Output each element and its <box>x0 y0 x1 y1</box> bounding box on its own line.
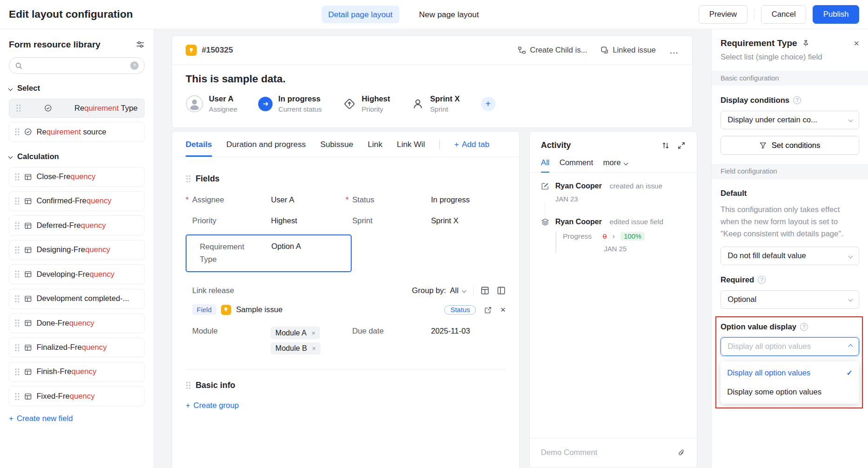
help-icon[interactable]: ? <box>793 96 801 104</box>
external-link-icon[interactable] <box>484 306 492 314</box>
collapse-fields-icon[interactable] <box>136 40 145 49</box>
remove-linked-issue-icon[interactable]: × <box>501 305 506 314</box>
drag-handle-icon[interactable] <box>14 197 20 205</box>
drag-handle-icon[interactable] <box>14 393 20 401</box>
current-status-field[interactable]: In progressCurrent status <box>258 94 321 113</box>
cancel-button[interactable]: Cancel <box>761 5 806 23</box>
required-select[interactable]: Optional <box>721 290 859 309</box>
paperclip-icon[interactable] <box>677 448 686 457</box>
field-due-date[interactable]: Due date 2025-11-03 <box>346 327 506 354</box>
field-item-requirement-source[interactable]: Requirement source <box>9 122 145 142</box>
priority-icon <box>343 97 356 111</box>
field-assignee[interactable]: *Assignee User A <box>186 195 346 205</box>
section-select[interactable]: Select <box>9 84 145 93</box>
activity-panel: Activity All Comment more <box>529 131 697 468</box>
field-item-requirement-type[interactable]: Requirement Type <box>9 99 145 118</box>
field-item-deferred-frequency[interactable]: Deferred-Frequency <box>9 215 145 235</box>
default-value-select[interactable]: Do not fill default value <box>721 247 859 266</box>
linked-issue-title[interactable]: Sample issue <box>236 305 282 314</box>
field-module[interactable]: Module Module A× Module B× <box>186 327 346 354</box>
group-by-dropdown[interactable]: Group by: All <box>412 286 466 295</box>
field-item-label: Requirement source <box>36 127 106 137</box>
drag-handle-icon[interactable] <box>14 344 20 352</box>
drag-handle-icon[interactable] <box>14 222 20 230</box>
search-input[interactable] <box>26 61 127 70</box>
drag-handle-icon[interactable] <box>14 246 20 254</box>
help-icon[interactable]: ? <box>800 323 808 331</box>
activity-tab-more[interactable]: more <box>603 158 627 167</box>
field-item-finish-frequency[interactable]: Finish-Frequency <box>9 362 145 382</box>
menu-item-display-all-option-values[interactable]: Display all option values ✓ <box>721 364 859 383</box>
field-item-finalized-frequency[interactable]: Finalized-Frequency <box>9 338 145 358</box>
field-item-designing-frequency[interactable]: Designing-Frequency <box>9 240 145 260</box>
tab-link[interactable]: Link <box>367 132 382 157</box>
sort-icon[interactable] <box>661 141 670 150</box>
issue-id: #150325 <box>202 45 233 55</box>
priority-field[interactable]: HighestPriority <box>343 94 390 113</box>
table-view-icon[interactable] <box>481 286 489 295</box>
create-group-button[interactable]: + Create group <box>186 401 506 410</box>
tab-link-wil[interactable]: Link Wil <box>397 132 425 157</box>
drag-handle-icon[interactable] <box>16 104 21 112</box>
close-icon[interactable]: × <box>854 39 859 48</box>
preview-button[interactable]: Preview <box>699 5 747 23</box>
field-item-label: Done-Frequency <box>36 319 94 328</box>
remove-chip-icon[interactable]: × <box>312 345 316 352</box>
linked-issue-button[interactable]: Linked issue <box>601 46 656 55</box>
more-actions-button[interactable]: … <box>669 48 679 53</box>
add-field-button[interactable]: + <box>481 97 495 111</box>
section-calculation[interactable]: Calculation <box>9 152 145 161</box>
create-child-issue-button[interactable]: Create Child is... <box>518 46 587 55</box>
tab-subissue[interactable]: Subissue <box>320 132 353 157</box>
search-clear-icon[interactable]: × <box>130 61 139 70</box>
publish-button[interactable]: Publish <box>813 5 859 23</box>
field-item-fixed-frequency[interactable]: Fixed-Frequency <box>9 386 145 406</box>
layers-icon <box>541 217 549 254</box>
create-new-field-button[interactable]: + Create new field <box>9 414 145 423</box>
field-item-developing-frequency[interactable]: Developing-Frequency <box>9 264 145 284</box>
add-tab-button[interactable]: + Add tab <box>454 140 490 149</box>
pin-icon[interactable] <box>802 40 810 47</box>
drag-handle-icon[interactable] <box>14 368 20 376</box>
set-conditions-button[interactable]: Set conditions <box>721 136 859 155</box>
field-item-development-completed[interactable]: Development completed-... <box>9 289 145 309</box>
field-item-done-frequency[interactable]: Done-Frequency <box>9 313 145 333</box>
status-pill[interactable]: Status <box>444 305 476 314</box>
field-priority[interactable]: Priority Highest <box>186 216 346 226</box>
display-conditions-select[interactable]: Display under certain co... <box>721 111 859 130</box>
field-item-label: Developing-Frequency <box>36 270 114 279</box>
menu-item-display-some-option-values[interactable]: Display some option values <box>721 382 859 401</box>
field-item-confirmed-frequency[interactable]: Confirmed-Frequency <box>9 191 145 211</box>
drag-handle-icon[interactable] <box>186 175 191 183</box>
calculation-field-icon <box>24 246 32 254</box>
tab-details[interactable]: Details <box>186 132 212 157</box>
activity-tab-comment[interactable]: Comment <box>560 154 593 173</box>
field-link-release-label: Link release <box>186 286 234 295</box>
board-view-icon[interactable] <box>497 286 506 295</box>
field-item-close-frequency[interactable]: Close-Frequency <box>9 167 145 187</box>
field-item-label: Deferred-Frequency <box>36 221 106 230</box>
tab-duration-and-progress[interactable]: Duration and progress <box>227 132 306 157</box>
form-resource-library-sidebar: Form resource library × Select Requireme… <box>0 29 154 468</box>
search-box[interactable]: × <box>9 57 145 74</box>
field-sprint[interactable]: Sprint Sprint X <box>346 216 506 226</box>
sprint-field[interactable]: Sprint XSprint <box>411 94 460 113</box>
drag-handle-icon[interactable] <box>14 270 20 278</box>
help-icon[interactable]: ? <box>758 276 766 284</box>
drag-handle-icon[interactable] <box>14 128 20 136</box>
field-requirement-type-selected[interactable]: Requirement Type Option A <box>186 234 352 272</box>
tab-new-page-layout[interactable]: New page layout <box>413 6 486 23</box>
activity-tab-all[interactable]: All <box>541 154 550 173</box>
tab-detail-page-layout[interactable]: Detail page layout <box>321 6 399 23</box>
drag-handle-icon[interactable] <box>14 295 20 303</box>
drag-handle-icon[interactable] <box>14 173 20 181</box>
drag-handle-icon[interactable] <box>14 319 20 327</box>
comment-input[interactable]: Demo Comment <box>530 438 697 467</box>
option-value-display-select[interactable]: Display all option values <box>721 337 859 356</box>
expand-icon[interactable] <box>677 141 686 150</box>
remove-chip-icon[interactable]: × <box>312 329 315 337</box>
linked-issue-row[interactable]: Field Sample issue Status × <box>186 304 506 315</box>
field-status[interactable]: *Status In progress <box>346 195 506 205</box>
drag-handle-icon[interactable] <box>186 381 191 389</box>
assignee-field[interactable]: User AAssignee <box>186 94 237 113</box>
